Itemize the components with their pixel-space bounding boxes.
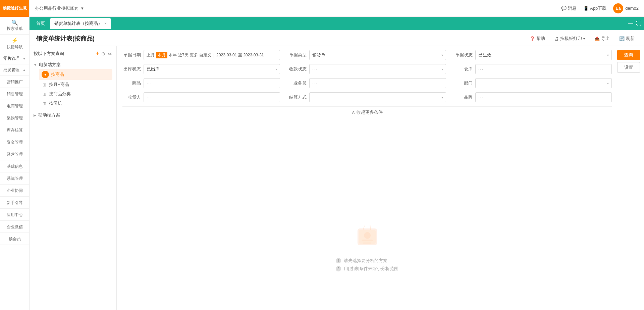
- sidebar-item-marketing[interactable]: 营销推广: [0, 76, 29, 88]
- warehouse-input[interactable]: ···: [475, 64, 612, 74]
- search-label: 搜索菜单: [1, 26, 28, 32]
- filter-field-receiver: 收货人 ···: [122, 92, 280, 102]
- receive-status-input[interactable]: ··· ▾: [309, 64, 446, 74]
- sidebar-item-newuser[interactable]: 新手引导: [0, 197, 29, 209]
- user-menu[interactable]: Ea demo2: [613, 3, 639, 13]
- filter-row-4: 收货人 ··· 结算方式 ▾ 品牌: [122, 92, 612, 102]
- help-label: 帮助: [536, 36, 545, 42]
- department-input[interactable]: ▾: [475, 78, 612, 88]
- refresh-label: 刷新: [626, 36, 635, 42]
- tab-close-icon[interactable]: ×: [104, 21, 107, 26]
- date-input[interactable]: 上月 本月 本年 近7天 更多 自定义 | 2023-03-01 至 2023-…: [144, 50, 280, 60]
- header-actions: 💬 消息 📱 App下载 Ea demo2: [561, 3, 639, 13]
- group-expand-icon: ▼: [34, 63, 37, 67]
- receiver-input[interactable]: ···: [144, 92, 280, 102]
- export-button[interactable]: 📤 导出: [592, 34, 612, 43]
- date-tab-7days[interactable]: 近7天: [178, 52, 189, 58]
- brand-label: 品牌: [454, 94, 473, 100]
- out-status-input[interactable]: 已出库 ▾: [144, 64, 280, 74]
- doc-type-label: 单据类型: [288, 52, 307, 58]
- sidebar-item-sales[interactable]: 销售管理: [0, 88, 29, 100]
- sidebar-item-retail[interactable]: 零售管理 ▼: [0, 53, 29, 64]
- empty-tip-2: 2 用[过滤]条件来缩小分析范围: [336, 266, 398, 272]
- top-header: 办公用品行业模拟账套 ▾ 💬 消息 📱 App下载 Ea demo2: [30, 0, 644, 17]
- sidebar-item-operations[interactable]: 经营管理: [0, 148, 29, 160]
- scheme-group-pc-header[interactable]: ▼ 电脑端方案: [34, 60, 112, 69]
- sidebar-item-finance[interactable]: 资金管理: [0, 136, 29, 148]
- date-tab-this-month[interactable]: 本月: [156, 52, 167, 58]
- empty-tips: 1 请先选择要分析的方案 2 用[过滤]条件来缩小分析范围: [336, 258, 398, 272]
- message-btn[interactable]: 💬 消息: [561, 5, 577, 11]
- filter-field-out-status: 出库状态 已出库 ▾: [122, 64, 280, 74]
- sidebar-item-search[interactable]: 🔍 搜索菜单: [0, 17, 29, 35]
- page-actions: ❓ 帮助 🖨 按模板打印 ▾ 📤 导出 🔄 刷新: [527, 34, 637, 43]
- out-status-label: 出库状态: [122, 66, 141, 72]
- collapse-more-btn[interactable]: ∧ 收起更多条件: [122, 106, 612, 118]
- refresh-button[interactable]: 🔄 刷新: [616, 34, 637, 43]
- scheme-group-pc-items: ● 按商品 ◫ 按月+商品 ◫ 按商品分类 ◫: [39, 69, 112, 108]
- goods-input[interactable]: ···: [144, 78, 280, 88]
- date-tab-this-year[interactable]: 本年: [169, 52, 177, 58]
- scheme-edit-icon[interactable]: ⊙: [101, 51, 105, 56]
- brand-input[interactable]: ···: [475, 92, 612, 102]
- query-button[interactable]: 查询: [617, 50, 640, 60]
- sidebar-item-inventory[interactable]: 库存核算: [0, 124, 29, 136]
- scheme-add-icon[interactable]: +: [96, 50, 99, 57]
- app-logo: 畅捷通好生意: [0, 0, 29, 17]
- doc-type-input[interactable]: 销货单 ▾: [309, 50, 446, 60]
- empty-state: 1 请先选择要分析的方案 2 用[过滤]条件来缩小分析范围: [117, 182, 617, 310]
- sidebar-item-enterprise[interactable]: 企业协同: [0, 185, 29, 197]
- empty-tip-1: 1 请先选择要分析的方案: [336, 258, 398, 264]
- settlement-input[interactable]: ▾: [309, 92, 446, 102]
- sidebar-item-apps[interactable]: 应用中心: [0, 209, 29, 221]
- tab-minimize-icon[interactable]: —: [628, 20, 633, 27]
- message-label: 消息: [568, 5, 577, 11]
- tab-home[interactable]: 首页: [32, 18, 49, 29]
- app-download-btn[interactable]: 📱 App下载: [583, 5, 606, 11]
- date-tab-last-month[interactable]: 上月: [147, 52, 155, 58]
- date-tab-more[interactable]: 更多: [190, 52, 198, 58]
- scheme-header-actions: + ⊙ ≪: [96, 50, 112, 57]
- warehouse-dots: ···: [478, 67, 484, 72]
- scheme-collapse-icon[interactable]: ≪: [107, 51, 112, 56]
- page-title-bar: 销货单统计表(按商品) ❓ 帮助 🖨 按模板打印 ▾ 📤 导出 🔄 刷新: [30, 30, 644, 46]
- salesperson-input[interactable]: ···: [309, 78, 446, 88]
- sidebar-item-basic[interactable]: 基础信息: [0, 160, 29, 172]
- receive-status-label: 收款状态: [288, 66, 307, 72]
- scheme-group-mobile-header[interactable]: ▶ 移动端方案: [34, 111, 112, 119]
- sidebar-item-purchase[interactable]: 采购管理: [0, 112, 29, 124]
- filter-field-doc-type: 单据类型 销货单 ▾: [288, 50, 446, 60]
- scheme-item-by-category[interactable]: ◫ 按商品分类: [39, 89, 112, 99]
- tip-text-2: 用[过滤]条件来缩小分析范围: [344, 266, 398, 272]
- print-dropdown-icon: ▾: [583, 37, 585, 41]
- tab-sales-stats[interactable]: 销货单统计表（按商品） ×: [50, 18, 111, 29]
- print-button[interactable]: 🖨 按模板打印 ▾: [552, 34, 588, 43]
- goods-label: 商品: [122, 80, 141, 86]
- sidebar-item-wholesale[interactable]: 批发管理 ▲: [0, 64, 29, 76]
- sidebar-item-ecommerce[interactable]: 电商管理: [0, 100, 29, 112]
- scheme-item-by-driver[interactable]: ◫ 按司机: [39, 99, 112, 108]
- action-button-column: 查询 设置: [617, 46, 644, 310]
- sidebar-item-wechat[interactable]: 企业微信: [0, 221, 29, 233]
- scheme-item-by-month-goods[interactable]: ◫ 按月+商品: [39, 80, 112, 89]
- department-caret: ▾: [607, 82, 609, 85]
- sidebar-item-member[interactable]: 畅会员: [0, 233, 29, 245]
- doc-status-input[interactable]: 已生效 ▾: [475, 50, 612, 60]
- receiver-dots: ···: [147, 95, 152, 100]
- date-tab-custom[interactable]: 自定义: [199, 52, 211, 58]
- dropdown-arrow[interactable]: ▾: [81, 6, 84, 11]
- scheme-item-label: 按商品: [51, 71, 64, 78]
- goods-dots: ···: [147, 81, 152, 86]
- tab-expand-icon[interactable]: ⛶: [636, 20, 641, 27]
- active-scheme-dot: ●: [42, 71, 49, 78]
- help-button[interactable]: ❓ 帮助: [527, 34, 548, 43]
- scheme-item-by-goods[interactable]: ● 按商品: [39, 69, 112, 80]
- settings-button[interactable]: 设置: [617, 62, 640, 73]
- sidebar-item-system[interactable]: 系统管理: [0, 172, 29, 185]
- scheme-group-pc: ▼ 电脑端方案 ● 按商品 ◫ 按月+商品 ◫: [34, 60, 112, 108]
- filter-field-salesperson: 业务员 ···: [288, 78, 446, 88]
- user-avatar: Ea: [613, 3, 623, 13]
- department-label: 部门: [454, 80, 473, 86]
- content-body: 按以下方案查询 + ⊙ ≪ ▼ 电脑端方案 ●: [30, 46, 644, 310]
- sidebar-item-quick-nav[interactable]: ⚡ 快捷导航: [0, 35, 29, 53]
